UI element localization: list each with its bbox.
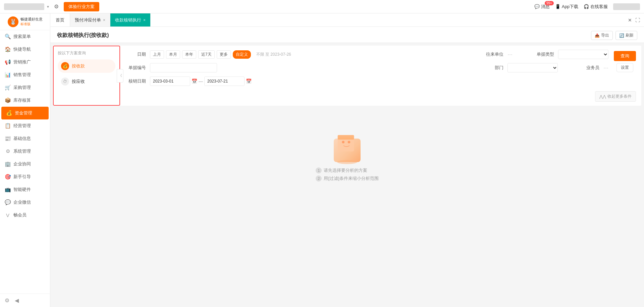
sidebar-label: 企业协同 xyxy=(13,161,45,167)
hardware-icon: 📺 xyxy=(5,187,11,193)
dept-select[interactable] xyxy=(507,63,558,72)
close-all-icon[interactable]: ✕ xyxy=(628,17,632,23)
sidebar-item-shortcut[interactable]: 🏠 快捷导航 xyxy=(0,43,50,56)
date-btn-this-year[interactable]: 本年 xyxy=(182,50,196,59)
tab-prepay[interactable]: 预付冲应付单 × xyxy=(70,13,110,27)
message-button[interactable]: 💬 消息 99+ xyxy=(534,4,550,10)
enterprise-icon: 🏢 xyxy=(5,161,11,167)
date-range-separator: — xyxy=(199,79,203,84)
sidebar-item-enterprise[interactable]: 🏢 企业协同 xyxy=(0,158,50,170)
verify-date-from-input[interactable] xyxy=(150,76,190,86)
dept-label: 部门 xyxy=(483,65,503,71)
sidebar-label: 资金管理 xyxy=(15,110,44,116)
content-area: 首页 预付冲应付单 × 收款核销执行 × ✕ ⛶ 收款核销执行(按收款) 📤 xyxy=(50,13,644,307)
page-header: 收款核销执行(按收款) 📤 导出 🔄 刷新 xyxy=(50,27,644,43)
date-btn-last-month[interactable]: 上月 xyxy=(150,50,164,59)
collapse-more-button[interactable]: ⋀⋀ 收起更多条件 xyxy=(595,91,636,102)
sidebar-item-operations[interactable]: 📋 经营管理 xyxy=(0,119,50,132)
finance-icon: 💰 xyxy=(6,110,12,116)
verify-date-to-input[interactable] xyxy=(204,76,245,86)
collapse-sidebar-icon[interactable]: ◀ xyxy=(15,297,19,304)
export-icon: 📤 xyxy=(595,33,600,38)
online-service-button[interactable]: 🎧 在线客服 xyxy=(584,4,608,10)
sidebar: 🐰 畅捷通好生意 标准版 🔍 搜索菜单 🏠 快捷导航 📢 营销推广 📊 销售管理… xyxy=(0,13,50,307)
verify-date-to-calendar-icon[interactable]: 📅 xyxy=(246,79,252,84)
tab-bar-right: ✕ ⛶ xyxy=(624,13,644,27)
query-button[interactable]: 查询 xyxy=(614,51,636,61)
gear-button[interactable]: ⚙ xyxy=(52,2,61,11)
date-unlimited-text: 不限 至 2023-07-26 xyxy=(256,52,291,57)
marketing-icon: 📢 xyxy=(5,59,11,65)
sidebar-item-guide[interactable]: 🎯 新手引导 xyxy=(0,170,50,183)
phone-icon: 📱 xyxy=(555,4,560,9)
tab-collection-close[interactable]: × xyxy=(143,18,146,22)
hint-num-2: 2 xyxy=(316,175,322,182)
sidebar-item-wechat[interactable]: 💬 企业微信 xyxy=(0,196,50,209)
date-btn-7days[interactable]: 近7天 xyxy=(198,50,215,59)
svg-point-2 xyxy=(342,141,345,144)
sidebar-item-finance[interactable]: 💰 资金管理 xyxy=(1,107,49,119)
filter-option-receipt[interactable]: 💰 按收款 xyxy=(58,59,115,73)
filter-option-receivable[interactable]: ⏱ 按应收 xyxy=(58,75,115,88)
wechat-icon: 💬 xyxy=(5,199,11,205)
sidebar-item-sales[interactable]: 📊 销售管理 xyxy=(0,68,50,81)
staff-label: 业务员 xyxy=(579,65,599,71)
svg-point-3 xyxy=(348,141,351,144)
system-icon: ⚙ xyxy=(5,148,11,154)
sidebar-label: 基础信息 xyxy=(13,136,45,142)
tab-home[interactable]: 首页 xyxy=(50,13,70,27)
stock-icon: 📦 xyxy=(5,97,11,103)
svg-rect-1 xyxy=(338,135,354,140)
doc-type-select[interactable] xyxy=(558,50,608,59)
operations-icon: 📋 xyxy=(5,123,11,129)
sidebar-item-basic[interactable]: 📰 基础信息 xyxy=(0,132,50,145)
sidebar-item-marketing[interactable]: 📢 营销推广 xyxy=(0,56,50,68)
export-button[interactable]: 📤 导出 xyxy=(591,31,613,40)
sidebar-item-purchase[interactable]: 🛒 采购管理 xyxy=(0,81,50,94)
date-btn-more[interactable]: 更多 xyxy=(217,50,231,59)
date-btn-custom[interactable]: 自定义 xyxy=(233,50,251,59)
filter-row-date: 日期 上月 本月 本年 近7天 更多 自定义 不限 至 2023-07-26 xyxy=(126,50,608,59)
sidebar-logo: 🐰 畅捷通好生意 标准版 xyxy=(0,13,50,30)
tab-collection[interactable]: 收款核销执行 × xyxy=(110,13,151,27)
filter-area: 按以下方案查询 💰 按收款 ⏱ 按应收 《 xyxy=(53,46,641,106)
settings-bottom-icon[interactable]: ⚙ xyxy=(5,297,9,304)
headset-icon: 🎧 xyxy=(584,4,589,9)
sidebar-item-member[interactable]: V 畅会员 xyxy=(0,209,50,221)
logo-icon: 🐰 xyxy=(8,16,18,27)
svg-rect-0 xyxy=(338,138,354,151)
tab-prepay-label: 预付冲应付单 xyxy=(75,17,101,23)
sidebar-item-hardware[interactable]: 📺 智能硬件 xyxy=(0,183,50,196)
header-actions: 📤 导出 🔄 刷新 xyxy=(591,31,637,40)
sidebar-label: 企业微信 xyxy=(13,199,45,205)
chevron-down-icon[interactable]: ▾ xyxy=(47,4,49,9)
tab-bar: 首页 预付冲应付单 × 收款核销执行 × ✕ ⛶ xyxy=(50,13,644,27)
sidebar-item-stock[interactable]: 📦 库存核算 xyxy=(0,94,50,107)
refresh-button[interactable]: 🔄 刷新 xyxy=(615,31,637,40)
sidebar-item-search[interactable]: 🔍 搜索菜单 xyxy=(0,30,50,43)
counterpart-ellipsis: ··· xyxy=(507,50,513,59)
page-title: 收款核销执行(按收款) xyxy=(57,32,109,39)
sidebar-item-system[interactable]: ⚙ 系统管理 xyxy=(0,145,50,158)
sidebar-label: 新手引导 xyxy=(13,174,45,180)
sidebar-label: 畅会员 xyxy=(13,212,45,218)
setting-button[interactable]: 设置 xyxy=(616,63,633,72)
verify-date-from-calendar-icon[interactable]: 📅 xyxy=(192,79,197,84)
receipt-label: 按收款 xyxy=(72,63,85,69)
date-btn-this-month[interactable]: 本月 xyxy=(166,50,180,59)
page-content: 收款核销执行(按收款) 📤 导出 🔄 刷新 按以下方案查询 xyxy=(50,27,644,307)
app-download-button[interactable]: 📱 App下载 xyxy=(555,4,578,10)
sidebar-label: 系统管理 xyxy=(13,148,45,154)
empty-hint-2: 2 用[过滤]条件来缩小分析范围 xyxy=(316,175,378,182)
sidebar-label: 营销推广 xyxy=(13,59,45,65)
maximize-icon[interactable]: ⛶ xyxy=(635,17,640,23)
tab-prepay-close[interactable]: × xyxy=(103,18,105,22)
sidebar-label: 快捷导航 xyxy=(13,46,45,52)
empty-state: 1 请先选择要分析的方案 2 用[过滤]条件来缩小分析范围 xyxy=(50,108,644,202)
industry-solution-button[interactable]: 体验行业方案 xyxy=(64,2,99,11)
empty-hints: 1 请先选择要分析的方案 2 用[过滤]条件来缩小分析范围 xyxy=(316,167,378,182)
filter-panel-collapse-button[interactable]: 《 xyxy=(117,69,123,83)
doc-number-label: 单据编号 xyxy=(126,65,146,71)
refresh-icon: 🔄 xyxy=(619,33,624,38)
doc-number-input[interactable] xyxy=(150,63,217,72)
